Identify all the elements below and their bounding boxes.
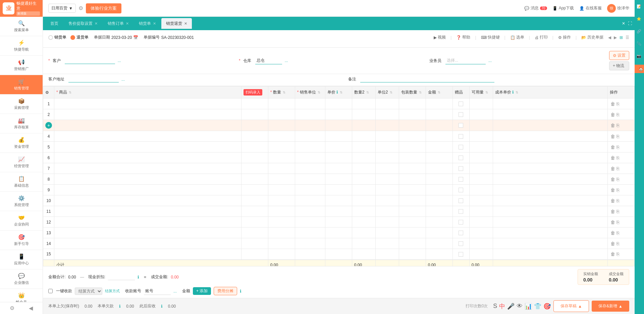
cell-gift-checkbox[interactable]: [452, 238, 469, 249]
add-payment-btn[interactable]: + 添加: [193, 287, 211, 295]
rs-icon-3[interactable]: 🔗: [637, 27, 642, 35]
address-dots-btn[interactable]: ...: [121, 77, 125, 82]
prev-icon[interactable]: ◀: [608, 35, 611, 40]
s-icon-6[interactable]: 👕: [534, 303, 541, 310]
delete-row-icon[interactable]: 🗑: [610, 230, 615, 236]
sidebar-item-wechat[interactable]: 💬 企业微信: [0, 269, 43, 289]
topbar-settings-icon[interactable]: ⚙: [78, 5, 83, 11]
cell-gift-checkbox[interactable]: [452, 131, 469, 142]
delete-row-icon[interactable]: 🗑: [610, 187, 615, 193]
calendar-icon[interactable]: 📅: [133, 35, 138, 40]
sidebar-item-newbie[interactable]: 🎯 新手引导: [0, 231, 43, 250]
s-icon-5[interactable]: 📊: [525, 303, 532, 310]
close-all-icon[interactable]: ✕: [622, 21, 625, 26]
copy-row-icon[interactable]: ⎘: [616, 101, 619, 107]
settings-bottom-icon[interactable]: ⚙: [10, 305, 14, 311]
sort-pkg-icon[interactable]: ⇅: [419, 90, 422, 94]
tab-sales[interactable]: 销货单 ✕: [134, 18, 161, 29]
history-btn[interactable]: 📂 历史单据: [579, 34, 605, 41]
expense-btn[interactable]: 费用分摊: [214, 287, 237, 295]
collapse-icon[interactable]: ◀: [29, 305, 33, 311]
sidebar-item-inventory[interactable]: 🏭 库存核算: [0, 114, 43, 133]
delete-row-icon[interactable]: 🗑: [610, 219, 615, 225]
copy-row-icon[interactable]: ⎘: [616, 209, 619, 214]
sidebar-item-corp[interactable]: 🤝 企业协同: [0, 211, 43, 231]
cell-gift-checkbox[interactable]: [452, 152, 469, 163]
shortcut-key-btn[interactable]: ⌨ 快捷键: [479, 34, 502, 41]
user-profile[interactable]: 徐 徐泽华: [607, 4, 629, 13]
copy-row-icon[interactable]: ⎘: [616, 241, 619, 246]
agent-input[interactable]: 选择...: [445, 57, 486, 64]
sidebar-item-apps[interactable]: 📱 应用中心: [0, 250, 43, 269]
delete-row-icon[interactable]: 🗑: [610, 209, 615, 214]
warehouse-input[interactable]: 总仓: [255, 57, 282, 64]
copy-row-icon[interactable]: ⎘: [616, 198, 619, 203]
sidebar-item-system[interactable]: ⚙️ 系统管理: [0, 192, 43, 211]
delete-row-icon[interactable]: 🗑: [610, 112, 615, 117]
warehouse-dots-btn[interactable]: ...: [285, 58, 288, 63]
delete-row-icon[interactable]: 🗑: [610, 144, 615, 150]
sidebar-item-finance[interactable]: 💰 资金管理: [0, 133, 43, 153]
customer-input[interactable]: [65, 58, 115, 64]
col-scan[interactable]: 扫码录入: [241, 86, 268, 99]
remark-input[interactable]: [360, 76, 494, 82]
cell-gift-checkbox[interactable]: [452, 109, 469, 120]
rs-icon-2[interactable]: ⭐: [637, 15, 642, 22]
copy-row-icon[interactable]: ⎘: [616, 155, 619, 161]
cell-product[interactable]: [54, 120, 241, 131]
grid-icon[interactable]: ⊞: [620, 35, 623, 40]
copy-row-icon[interactable]: ⎘: [616, 144, 619, 150]
logistics-btn[interactable]: + 物流: [609, 61, 629, 70]
sort-qty-icon[interactable]: ⇅: [283, 90, 285, 94]
video-btn[interactable]: ▶ 视频: [432, 34, 448, 41]
message-btn[interactable]: 💬 消息 70: [524, 5, 547, 11]
sidebar-item-purchase[interactable]: 📦 采购管理: [0, 95, 43, 114]
delete-row-icon[interactable]: 🗑: [610, 101, 615, 107]
tab-sales-order[interactable]: 销售订单 ✕: [103, 18, 133, 29]
delete-row-icon[interactable]: 🗑: [610, 123, 615, 128]
radio-sales[interactable]: 销货单: [48, 35, 66, 40]
sidebar-item-shortcut[interactable]: ⚡ 快捷导航: [0, 36, 43, 56]
sort-price-icon[interactable]: ⇅: [340, 90, 342, 94]
rs-icon-6[interactable]: 🏠: [635, 65, 644, 73]
save-new-btn[interactable]: 保存&新增 ▲: [592, 301, 629, 312]
scan-input-btn[interactable]: 扫码录入: [244, 89, 262, 96]
tab-close-sales-order[interactable]: ✕: [126, 21, 129, 26]
customer-dots-btn[interactable]: ...: [118, 58, 121, 63]
cell-gift-checkbox[interactable]: [452, 228, 469, 238]
cell-gift-checkbox[interactable]: [452, 142, 469, 152]
s-icon-4[interactable]: 👁: [517, 303, 523, 310]
settings-side-btn[interactable]: ⚙ 设置: [609, 51, 629, 60]
s-icon-3[interactable]: 🎤: [507, 303, 515, 310]
cell-gift-checkbox[interactable]: [452, 174, 469, 185]
industry-select[interactable]: 日用百货 ▼: [48, 4, 76, 13]
rs-icon-4[interactable]: 📎: [637, 40, 642, 47]
sort-unit2-icon[interactable]: ⇅: [390, 90, 392, 94]
radio-return[interactable]: 退货单: [70, 35, 89, 40]
delete-row-icon[interactable]: 🗑: [610, 134, 615, 139]
copy-row-icon[interactable]: ⎘: [616, 112, 619, 117]
delete-row-icon[interactable]: 🗑: [610, 166, 615, 171]
list-icon[interactable]: ☰: [626, 35, 629, 40]
sidebar-item-member[interactable]: 👑 畅会员: [0, 289, 43, 302]
s-icon-2[interactable]: 中: [499, 302, 505, 310]
rs-icon-1[interactable]: 📝: [637, 3, 642, 10]
copy-row-icon[interactable]: ⎘: [616, 187, 619, 193]
account-dots[interactable]: ...: [173, 289, 177, 294]
delete-row-icon[interactable]: 🗑: [610, 241, 615, 246]
next-icon[interactable]: ▶: [614, 35, 617, 40]
sort-unit-icon[interactable]: ⇅: [318, 90, 320, 94]
product-input[interactable]: [56, 123, 239, 128]
tab-close-sales[interactable]: ✕: [153, 21, 156, 26]
print-btn[interactable]: 🖨 打印: [533, 34, 550, 41]
tab-price-settings[interactable]: 售价提取设置 ✕: [64, 18, 102, 29]
copy-row-icon[interactable]: ⎘: [616, 230, 619, 236]
help-btn[interactable]: ❓ 帮助: [454, 34, 472, 41]
sort-amount-icon[interactable]: ⇅: [438, 90, 440, 94]
copy-row-icon[interactable]: ⎘: [616, 219, 619, 225]
select-order-btn[interactable]: 📋 选单: [508, 34, 526, 41]
one-click-checkbox[interactable]: [48, 289, 53, 293]
sidebar-item-search[interactable]: 🔍 搜索菜单: [0, 17, 43, 36]
cell-gift-checkbox[interactable]: [452, 206, 469, 217]
delete-row-icon[interactable]: 🗑: [610, 155, 615, 161]
